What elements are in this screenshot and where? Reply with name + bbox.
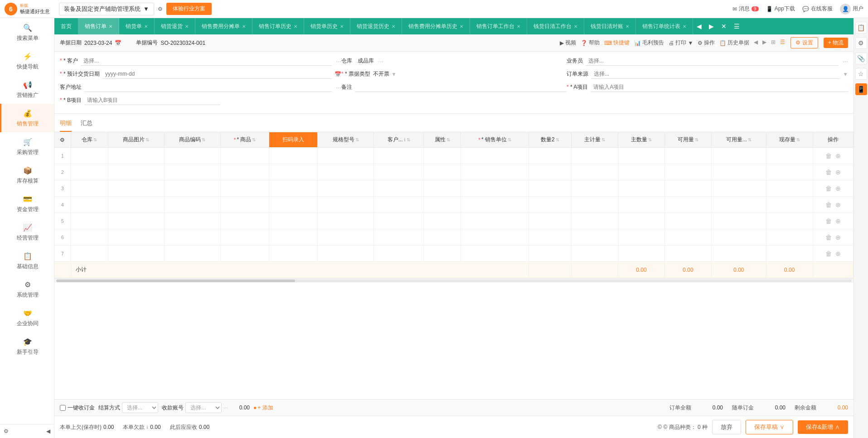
- row-copy-btn[interactable]: ⊕: [834, 168, 842, 177]
- cell-attr[interactable]: [424, 180, 461, 197]
- row-delete-btn[interactable]: 🗑: [824, 233, 833, 242]
- message-btn[interactable]: ✉ 消息 9: [732, 5, 759, 13]
- sort-icon[interactable]: ⇅: [695, 137, 698, 142]
- cell-available1[interactable]: [664, 148, 711, 164]
- cell-qty2[interactable]: [529, 213, 572, 229]
- system-title[interactable]: 装备及固定资产辅助管理系统 ▼: [59, 3, 154, 15]
- cell-code[interactable]: [164, 180, 220, 197]
- tab-detail[interactable]: 明细: [60, 117, 72, 132]
- cell-image[interactable]: [108, 245, 164, 262]
- cell-unit[interactable]: [461, 197, 529, 213]
- cell-main-qty[interactable]: [618, 164, 664, 180]
- tab-cash-reconcile[interactable]: 钱货日清对账 ✕: [584, 18, 636, 34]
- tab-summary[interactable]: 汇总: [81, 117, 92, 132]
- row-copy-btn[interactable]: ⊕: [834, 249, 842, 258]
- one-click-label[interactable]: 一键收订金: [60, 404, 95, 412]
- sort-icon[interactable]: ⇅: [145, 137, 149, 142]
- industry-btn[interactable]: 体验行业方案: [166, 3, 212, 15]
- cell-scan[interactable]: [269, 180, 318, 197]
- cell-available1[interactable]: [664, 164, 711, 180]
- sort-icon[interactable]: ⇅: [601, 137, 605, 142]
- history-btn[interactable]: 📋 历史单据: [719, 39, 749, 47]
- tab-close-icon[interactable]: ✕: [626, 24, 629, 29]
- cell-unit[interactable]: [461, 164, 529, 180]
- cell-attr[interactable]: [424, 229, 461, 245]
- cell-available2[interactable]: [712, 164, 766, 180]
- tab-cash-workbench[interactable]: 钱货日清工作台 ✕: [527, 18, 584, 34]
- online-service-btn[interactable]: 💬 在线客服: [802, 5, 833, 13]
- cell-spec[interactable]: [318, 213, 374, 229]
- cell-attr[interactable]: [424, 164, 461, 180]
- cell-warehouse[interactable]: [71, 245, 108, 262]
- sort-icon[interactable]: ⇅: [648, 137, 652, 142]
- sidebar-item-purchase[interactable]: 🛒 采购管理: [0, 132, 54, 161]
- order-source-input[interactable]: [591, 69, 840, 79]
- grid-icon[interactable]: ⊞: [771, 39, 776, 47]
- calendar-icon[interactable]: 📅: [115, 40, 121, 46]
- tab-goods-history[interactable]: 销货单历史 ✕: [304, 18, 350, 34]
- tab-close-icon[interactable]: ✕: [460, 24, 463, 29]
- tab-close-icon[interactable]: ✕: [144, 24, 148, 29]
- sort-icon[interactable]: ⇅: [446, 137, 450, 142]
- cell-available1[interactable]: [664, 213, 711, 229]
- warehouse-more-icon[interactable]: ···: [378, 58, 383, 65]
- right-panel-icon-2[interactable]: ⚙: [855, 37, 867, 49]
- sort-icon[interactable]: ⇅: [556, 137, 559, 142]
- cell-customer-code[interactable]: [374, 229, 424, 245]
- customer-input[interactable]: [81, 56, 332, 66]
- cell-unit[interactable]: [461, 213, 529, 229]
- tab-close-icon[interactable]: ✕: [242, 24, 246, 29]
- right-panel-icon-5[interactable]: 📱: [855, 83, 867, 95]
- tab-sales-expense[interactable]: 销售费用分摊单 ✕: [195, 18, 252, 34]
- cell-qty2[interactable]: [529, 197, 572, 213]
- app-download-btn[interactable]: 📱 App下载: [766, 5, 795, 13]
- cell-available2[interactable]: [712, 229, 766, 245]
- tab-nav-menu[interactable]: ☰: [730, 18, 743, 34]
- tab-return-history[interactable]: 销货退货历史 ✕: [350, 18, 402, 34]
- save-draft-btn[interactable]: 保存草稿 ∨: [746, 420, 793, 434]
- cell-main-unit[interactable]: [571, 180, 618, 197]
- cell-main-qty[interactable]: [618, 229, 664, 245]
- salesperson-more-icon[interactable]: ···: [843, 58, 848, 65]
- cell-code[interactable]: [164, 148, 220, 164]
- cell-warehouse[interactable]: [71, 148, 108, 164]
- cell-available1[interactable]: [664, 180, 711, 197]
- row-copy-btn[interactable]: ⊕: [834, 217, 842, 226]
- cell-code[interactable]: [164, 213, 220, 229]
- cell-unit[interactable]: [461, 180, 529, 197]
- nav-next-icon[interactable]: ▶: [762, 39, 766, 47]
- row-delete-btn[interactable]: 🗑: [824, 151, 833, 160]
- shortcut-btn[interactable]: ⌨ 快捷键: [604, 39, 630, 47]
- cell-customer-code[interactable]: [374, 148, 424, 164]
- tab-nav-prev[interactable]: ◀: [693, 18, 705, 34]
- cell-stock[interactable]: [766, 213, 813, 229]
- cell-qty2[interactable]: [529, 164, 572, 180]
- tab-nav-next[interactable]: ▶: [705, 18, 718, 34]
- receipt-account-select[interactable]: 选择...: [185, 402, 222, 413]
- cell-main-unit[interactable]: [571, 213, 618, 229]
- cell-main-qty[interactable]: [618, 197, 664, 213]
- cell-warehouse[interactable]: [71, 229, 108, 245]
- cell-goods[interactable]: [220, 148, 269, 164]
- cell-main-unit[interactable]: [571, 164, 618, 180]
- cell-unit[interactable]: [461, 245, 529, 262]
- row-copy-btn[interactable]: ⊕: [834, 151, 842, 160]
- tab-order-workbench[interactable]: 销售订单工作台 ✕: [470, 18, 527, 34]
- cell-customer-code[interactable]: [374, 180, 424, 197]
- profit-btn[interactable]: 📊 毛利预告: [634, 39, 664, 47]
- cell-attr[interactable]: [424, 148, 461, 164]
- cell-image[interactable]: [108, 148, 164, 164]
- date-picker-icon[interactable]: 📅: [335, 71, 341, 77]
- cell-main-unit[interactable]: [571, 148, 618, 164]
- row-delete-btn[interactable]: 🗑: [824, 217, 833, 226]
- sidebar-item-search[interactable]: 🔍 搜索菜单: [0, 18, 54, 47]
- save-new-btn[interactable]: 保存&新增 ∧: [798, 420, 848, 434]
- tab-close-icon[interactable]: ✕: [340, 24, 344, 29]
- cell-scan[interactable]: [269, 164, 318, 180]
- add-goods-btn[interactable]: + 物流: [824, 38, 848, 48]
- settings-icon[interactable]: ⚙: [158, 6, 163, 12]
- tab-close-icon[interactable]: ✕: [574, 24, 577, 29]
- cell-code[interactable]: [164, 229, 220, 245]
- sidebar-item-base-info[interactable]: 📋 基础信息: [0, 246, 54, 275]
- cell-customer-code[interactable]: [374, 213, 424, 229]
